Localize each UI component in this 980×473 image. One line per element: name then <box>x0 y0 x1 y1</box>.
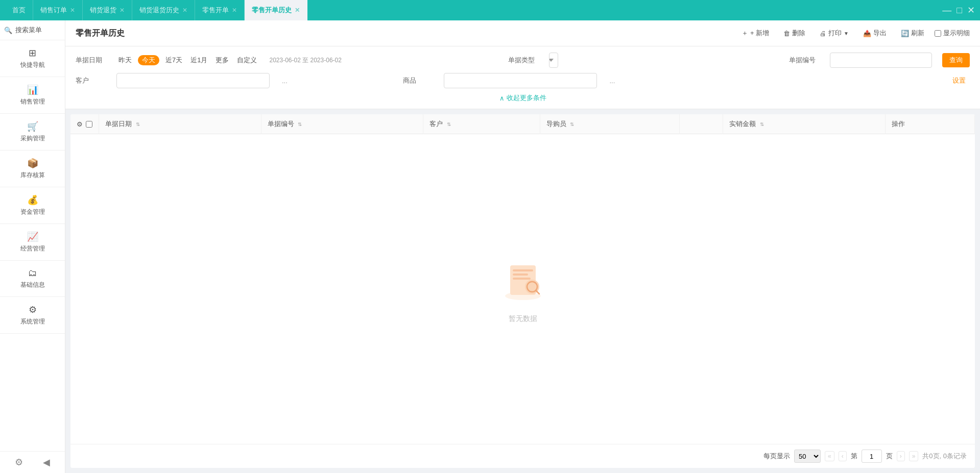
tab-close-sales-order[interactable]: ✕ <box>70 7 75 14</box>
window-maximize-icon[interactable]: □ <box>957 5 962 16</box>
sidebar-item-quick-nav[interactable]: ⊞快捷导航 <box>0 40 65 77</box>
th-action: 操作 <box>886 114 975 134</box>
next-page-btn[interactable]: › <box>897 451 905 461</box>
date-shortcut-近1月[interactable]: 近1月 <box>188 55 209 65</box>
settings-col-icon[interactable]: ⚙ <box>77 120 83 128</box>
goods-more-icon[interactable]: ... <box>607 77 617 85</box>
window-controls: — □ ✕ <box>942 5 975 16</box>
sidebar-item-sales-mgmt[interactable]: 📊销售管理 <box>0 77 65 114</box>
sidebar-label-purchase-mgmt: 采购管理 <box>20 134 45 143</box>
page-size-select[interactable]: 102050100 <box>794 450 821 463</box>
date-range: 2023-06-02 至 2023-06-02 <box>269 56 341 65</box>
add-button[interactable]: ＋ + 新增 <box>737 27 773 40</box>
number-input[interactable] <box>830 53 932 68</box>
type-select[interactable] <box>549 53 558 68</box>
svg-rect-2 <box>513 269 533 271</box>
customer-more-icon[interactable]: ... <box>280 77 290 85</box>
sidebar-icon-finance: 💰 <box>27 194 38 206</box>
collapse-row: ∧ 收起更多条件 <box>76 93 970 103</box>
goods-input[interactable] <box>444 73 597 88</box>
tab-close-sales-return[interactable]: ✕ <box>119 7 125 14</box>
date-shortcut-今天[interactable]: 今天 <box>138 55 159 65</box>
number-label: 单据编号 <box>789 56 820 65</box>
page-size-label: 每页显示 <box>763 452 790 461</box>
settings-button[interactable]: 设置 <box>948 74 970 87</box>
sidebar-icon-quick-nav: ⊞ <box>29 47 36 59</box>
table-container: ⚙ 单据日期 ⇅ 单据编号 ⇅ <box>70 114 975 468</box>
sidebar: 🔍 搜索菜单 ⊞快捷导航📊销售管理🛒采购管理📦库存核算💰资金管理📈经营管理🗂基础… <box>0 20 65 473</box>
delete-button[interactable]: 🗑 删除 <box>779 27 809 40</box>
tab-sales-return-history[interactable]: 销货退货历史✕ <box>132 0 195 20</box>
tab-close-sales-return-history[interactable]: ✕ <box>182 7 187 14</box>
tab-bar: 首页销售订单✕销货退货✕销货退货历史✕零售开单✕零售开单历史✕ <box>5 0 942 20</box>
page-suffix: 页 <box>886 452 893 461</box>
filter-row-1: 单据日期 昨天今天近7天近1月更多自定义 2023-06-02 至 2023-0… <box>76 53 970 68</box>
refresh-button[interactable]: 🔄 刷新 <box>897 27 928 40</box>
sidebar-items: ⊞快捷导航📊销售管理🛒采购管理📦库存核算💰资金管理📈经营管理🗂基础信息⚙系统管理 <box>0 40 65 334</box>
goods-label: 商品 <box>403 76 434 85</box>
th-amount: 实销金额 ⇅ <box>723 114 886 134</box>
export-button[interactable]: 📤 导出 <box>859 27 891 40</box>
sidebar-item-system[interactable]: ⚙系统管理 <box>0 297 65 334</box>
window-close-icon[interactable]: ✕ <box>967 5 975 16</box>
sidebar-label-basic-info: 基础信息 <box>20 281 45 289</box>
page-title: 零售开单历史 <box>76 28 125 39</box>
show-detail-checkbox[interactable] <box>935 30 941 37</box>
query-button[interactable]: 查询 <box>942 53 970 67</box>
collapse-button[interactable]: ∧ 收起更多条件 <box>499 93 546 103</box>
tab-sales-order[interactable]: 销售订单✕ <box>33 0 83 20</box>
tab-close-retail-open[interactable]: ✕ <box>232 7 237 14</box>
sort-customer-icon[interactable]: ⇅ <box>447 121 451 127</box>
sidebar-label-quick-nav: 快捷导航 <box>20 61 45 69</box>
sidebar-collapse-icon[interactable]: ◀ <box>43 457 50 468</box>
date-shortcut-更多[interactable]: 更多 <box>213 55 231 65</box>
prev-page-btn[interactable]: ‹ <box>839 451 847 461</box>
sidebar-settings-icon[interactable]: ⚙ <box>15 457 23 468</box>
data-table: ⚙ 单据日期 ⇅ 单据编号 ⇅ <box>70 114 975 134</box>
date-shortcut-自定义[interactable]: 自定义 <box>235 55 259 65</box>
tab-home[interactable]: 首页 <box>5 0 33 20</box>
select-all-checkbox[interactable] <box>86 121 92 128</box>
window-minimize-icon[interactable]: — <box>942 5 951 16</box>
tab-label: 零售开单 <box>202 6 229 15</box>
th-number: 单据编号 ⇅ <box>261 114 423 134</box>
print-button[interactable]: 🖨 打印 ▼ <box>816 27 853 40</box>
tab-close-retail-open-history[interactable]: ✕ <box>295 7 300 14</box>
last-page-btn[interactable]: » <box>909 451 919 461</box>
svg-rect-3 <box>513 273 528 276</box>
sidebar-item-inventory[interactable]: 📦库存核算 <box>0 151 65 187</box>
add-icon: ＋ <box>742 29 748 38</box>
page-input[interactable] <box>862 450 882 463</box>
sort-date-icon[interactable]: ⇅ <box>136 121 140 127</box>
page-label: 第 <box>851 452 857 461</box>
delete-icon: 🗑 <box>783 30 790 37</box>
first-page-btn[interactable]: « <box>825 451 834 461</box>
filter-section: 单据日期 昨天今天近7天近1月更多自定义 2023-06-02 至 2023-0… <box>65 46 980 109</box>
sort-guide-icon[interactable]: ⇅ <box>570 121 574 127</box>
sidebar-label-system: 系统管理 <box>20 317 45 326</box>
sidebar-item-purchase-mgmt[interactable]: 🛒采购管理 <box>0 114 65 151</box>
sidebar-search[interactable]: 🔍 搜索菜单 <box>0 20 65 40</box>
date-shortcuts: 昨天今天近7天近1月更多自定义 <box>116 55 259 65</box>
print-icon: 🖨 <box>820 30 826 37</box>
date-label: 单据日期 <box>76 56 106 65</box>
tab-retail-open-history[interactable]: 零售开单历史✕ <box>245 0 307 20</box>
main-layout: 🔍 搜索菜单 ⊞快捷导航📊销售管理🛒采购管理📦库存核算💰资金管理📈经营管理🗂基础… <box>0 20 980 473</box>
sidebar-item-basic-info[interactable]: 🗂基础信息 <box>0 261 65 297</box>
sort-number-icon[interactable]: ⇅ <box>298 121 302 127</box>
show-detail-toggle[interactable]: 显示明细 <box>935 29 970 38</box>
tab-sales-return[interactable]: 销货退货✕ <box>83 0 132 20</box>
date-shortcut-近7天[interactable]: 近7天 <box>163 55 184 65</box>
sidebar-item-operations[interactable]: 📈经营管理 <box>0 224 65 261</box>
th-date: 单据日期 ⇅ <box>99 114 261 134</box>
customer-label: 客户 <box>76 76 106 85</box>
tab-retail-open[interactable]: 零售开单✕ <box>195 0 245 20</box>
sidebar-icon-inventory: 📦 <box>27 158 38 169</box>
date-shortcut-昨天[interactable]: 昨天 <box>116 55 134 65</box>
sidebar-label-inventory: 库存核算 <box>20 171 45 180</box>
tab-label: 零售开单历史 <box>252 6 292 15</box>
customer-input[interactable] <box>116 73 270 88</box>
sidebar-item-finance[interactable]: 💰资金管理 <box>0 187 65 224</box>
sidebar-icon-purchase-mgmt: 🛒 <box>27 121 38 132</box>
sort-amount-icon[interactable]: ⇅ <box>760 121 764 127</box>
